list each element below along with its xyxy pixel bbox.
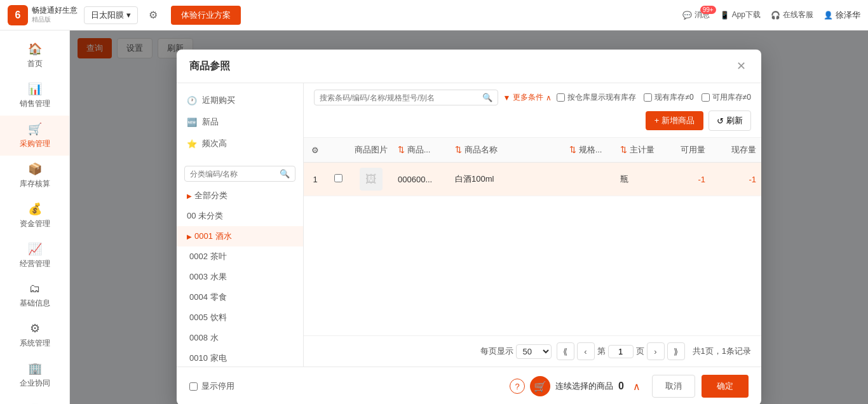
stock-nz-checkbox[interactable] <box>644 93 652 102</box>
exp-btn[interactable]: 体验行业方案 <box>171 6 241 25</box>
refresh-button[interactable]: ↺ 刷新 <box>709 111 751 131</box>
sidebar-item-label: 首页 <box>27 58 43 69</box>
row-checkbox[interactable] <box>334 174 342 182</box>
category-c0010[interactable]: 0010 家电 <box>177 348 303 367</box>
th-settings[interactable]: ⚙ <box>304 138 327 163</box>
table-row[interactable]: 1 🖼 <box>304 163 761 196</box>
sidebar-item-label: 系统管理 <box>20 338 50 349</box>
th-unit[interactable]: ⇅ 主计量 <box>615 138 660 163</box>
product-reference-modal: 商品参照 ✕ 🕐 近期购买 🆕 新品 <box>177 50 761 404</box>
sidebar-item-label: 库存核算 <box>20 178 50 189</box>
prev-page-btn[interactable]: ‹ <box>577 342 595 360</box>
page-number-input[interactable] <box>608 345 634 358</box>
cancel-button[interactable]: 取消 <box>652 375 695 398</box>
category-c0004[interactable]: 0004 零食 <box>177 287 303 307</box>
th-check <box>327 138 349 163</box>
category-search-input[interactable] <box>190 170 277 178</box>
messages-badge: 99+ <box>700 6 716 14</box>
sales-icon: 📊 <box>28 82 42 96</box>
sidebar-item-home[interactable]: 🏠 首页 <box>0 36 69 76</box>
message-icon: 💬 <box>682 11 692 20</box>
sidebar-item-enterprise[interactable]: 🏢 企业协同 <box>0 355 69 395</box>
sort-icon: ⇅ <box>398 145 405 154</box>
settings-icon: ⚙ <box>311 145 319 155</box>
th-spec[interactable]: ⇅ 规格... <box>564 138 615 163</box>
th-name[interactable]: ⇅ 商品名称 <box>450 138 564 163</box>
show-disabled-check[interactable]: 显示停用 <box>189 380 234 392</box>
image-icon: 🖼 <box>365 173 377 186</box>
row-unit: 瓶 <box>615 163 660 196</box>
settings-icon[interactable]: ⚙ <box>143 5 163 25</box>
sidebar-item-sales[interactable]: 📊 销售管理 <box>0 76 69 116</box>
sidebar-item-finance[interactable]: 💰 资金管理 <box>0 196 69 236</box>
last-page-btn[interactable]: ⟫ <box>667 342 685 360</box>
modal-right-panel: 🔍 ▼ 更多条件 ∧ 按仓库显示现有库存 <box>304 83 761 367</box>
quick-frequent-label: 频次高 <box>202 138 227 149</box>
category-c0002[interactable]: 0002 茶叶 <box>177 246 303 267</box>
filter-warehouse-check[interactable]: 按仓库显示现有库存 <box>557 92 636 103</box>
confirm-button[interactable]: 确定 <box>702 375 749 398</box>
search-input-wrap: 🔍 <box>314 90 498 105</box>
app-download-item[interactable]: 📱 App下载 <box>720 10 761 20</box>
category-c0005[interactable]: 0005 饮料 <box>177 307 303 328</box>
modal-footer: 显示停用 ? 🛒 连续选择的商品 0 ∧ 取消 确定 <box>177 367 761 404</box>
clock-icon: 🕐 <box>187 96 197 105</box>
help-icon[interactable]: ? <box>510 379 525 394</box>
system-icon: ⚙ <box>30 321 40 335</box>
filter-avail-nz-check[interactable]: 可用库存≠0 <box>702 92 751 103</box>
show-disabled-checkbox[interactable] <box>189 382 198 391</box>
store-selector[interactable]: 日太阳膜 ▾ <box>84 6 138 24</box>
row-stock: -1 <box>710 163 761 196</box>
category-c0001[interactable]: ▶ 0001 酒水 <box>177 226 303 246</box>
arrow-icon: ▶ <box>187 192 192 199</box>
footer-buttons: 取消 确定 <box>652 375 749 398</box>
service-item[interactable]: 🎧 在线客服 <box>771 10 813 20</box>
finance-icon: 💰 <box>28 202 42 216</box>
quick-frequent[interactable]: ⭐ 频次高 <box>177 133 303 154</box>
show-disabled-label: 显示停用 <box>201 380 234 392</box>
th-code[interactable]: ⇅ 商品... <box>393 138 450 163</box>
sidebar-item-purchase[interactable]: 🛒 采购管理 <box>0 116 69 156</box>
more-filter-btn[interactable]: ▼ 更多条件 ∧ <box>503 92 552 103</box>
quick-recent[interactable]: 🕐 近期购买 <box>177 90 303 111</box>
quick-new[interactable]: 🆕 新品 <box>177 111 303 133</box>
base-icon: 🗂 <box>29 282 41 295</box>
first-page-btn[interactable]: ⟪ <box>557 342 574 360</box>
sidebar-item-guide[interactable]: 📖 新手引导 <box>0 395 69 404</box>
row-name: 白酒100ml <box>450 163 564 196</box>
collapse-icon[interactable]: ∧ <box>629 379 644 394</box>
filter-stock-nz-check[interactable]: 现有库存≠0 <box>644 92 693 103</box>
sidebar-item-system[interactable]: ⚙ 系统管理 <box>0 315 69 355</box>
row-img-cell: 🖼 <box>349 163 393 196</box>
table-header-row: ⚙ 商品图片 ⇅ 商品... <box>304 138 761 163</box>
add-product-button[interactable]: + 新增商品 <box>646 111 703 130</box>
messages-nav-item[interactable]: 💬 消息 99+ <box>682 10 710 20</box>
chevron-down-icon: ▾ <box>126 10 131 20</box>
page-size-select[interactable]: 10 20 50 100 <box>516 344 552 359</box>
category-c0003[interactable]: 0003 水果 <box>177 267 303 287</box>
user-menu[interactable]: 👤 徐泽华 <box>824 10 860 21</box>
category-c0008[interactable]: 0008 水 <box>177 328 303 348</box>
modal-header: 商品参照 ✕ <box>177 50 761 83</box>
sidebar-item-base[interactable]: 🗂 基础信息 <box>0 276 69 315</box>
warehouse-checkbox[interactable] <box>557 93 565 102</box>
product-table-wrap: ⚙ 商品图片 ⇅ 商品... <box>304 138 761 335</box>
guide-icon: 📖 <box>28 401 42 404</box>
user-name: 徐泽华 <box>836 10 860 21</box>
category-c00[interactable]: 00 未分类 <box>177 206 303 226</box>
category-all[interactable]: ▶ 全部分类 <box>177 185 303 206</box>
next-page-btn[interactable]: › <box>647 342 665 360</box>
new-icon: 🆕 <box>187 118 197 127</box>
product-search-input[interactable] <box>320 93 480 102</box>
search-submit-icon[interactable]: 🔍 <box>482 93 492 102</box>
sidebar-item-inventory[interactable]: 📦 库存核算 <box>0 156 69 196</box>
filter-warehouse-label: 按仓库显示现有库存 <box>567 92 636 103</box>
sidebar-item-operations[interactable]: 📈 经营管理 <box>0 236 69 276</box>
modal-close-button[interactable]: ✕ <box>733 58 749 74</box>
cart-icon[interactable]: 🛒 <box>530 376 550 396</box>
row-checkbox-cell[interactable] <box>327 163 349 196</box>
avail-nz-checkbox[interactable] <box>702 93 710 102</box>
row-code: 000600... <box>393 163 450 196</box>
app-label: App下载 <box>732 10 761 20</box>
th-avail: 可用量 <box>660 138 710 163</box>
